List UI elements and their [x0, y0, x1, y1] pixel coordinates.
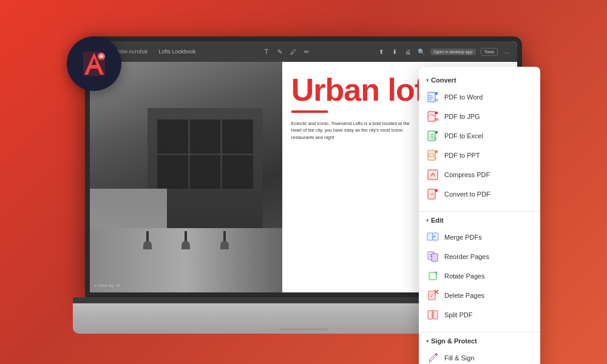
jpg-icon: JPG	[426, 110, 439, 123]
toolbar: A Adobe Acrobat · Lofts Lookbook T ✎ 🖊 ✏…	[90, 41, 517, 62]
edit-section-header[interactable]: ▾ Edit	[419, 214, 540, 228]
edit-chevron-icon: ▾	[426, 218, 429, 223]
convert-to-pdf-item[interactable]: Convert to PDF	[419, 184, 540, 204]
comment-icon[interactable]: ✎	[276, 47, 284, 56]
share-icon[interactable]: ⬆	[377, 47, 385, 56]
adobe-logo-circle	[67, 36, 121, 91]
svg-rect-21	[435, 189, 438, 192]
pendant	[185, 231, 187, 249]
delete-pages-label: Delete Pages	[444, 292, 484, 299]
svg-rect-6	[435, 112, 438, 114]
delete-pages-icon	[426, 289, 439, 302]
svg-text:JPG: JPG	[435, 118, 439, 121]
fill-sign-icon	[426, 351, 439, 364]
svg-rect-25	[432, 254, 438, 261]
svg-rect-2	[428, 92, 435, 102]
svg-rect-30	[428, 311, 432, 319]
print-icon[interactable]: 🖨	[404, 47, 412, 56]
highlight-icon[interactable]: 🖊	[289, 47, 297, 56]
convert-label: Convert	[431, 76, 456, 84]
word-icon: W	[426, 90, 439, 104]
window-pane	[157, 155, 188, 189]
more-menu-icon[interactable]: ...	[503, 47, 511, 56]
toolbar-icons: T ✎ 🖊 ✏	[262, 47, 311, 56]
svg-point-1	[100, 55, 103, 58]
compress-icon	[426, 168, 439, 181]
pdf-to-ppt-label: PDF to PPT	[444, 152, 480, 159]
pdf-to-jpg-label: PDF to JPG	[444, 113, 480, 120]
convert-to-pdf-label: Convert to PDF	[444, 190, 490, 198]
compress-pdf-item[interactable]: Compress PDF	[419, 165, 540, 184]
pdf-image-section: # 15000 SQ. FT	[90, 62, 282, 292]
svg-rect-31	[433, 311, 438, 319]
pdf-body-text: Eclectic and iconic, Townsend Lofts is a…	[291, 120, 413, 141]
divider-1	[419, 211, 540, 212]
tools-button[interactable]: Tools	[481, 48, 498, 56]
svg-rect-26	[429, 272, 436, 280]
draw-icon[interactable]: ✏	[302, 47, 311, 56]
download-icon[interactable]: ⬇	[390, 47, 399, 56]
svg-text:X: X	[435, 138, 436, 141]
window-grid	[157, 120, 253, 189]
window-pane	[222, 120, 253, 153]
svg-text:P: P	[435, 157, 436, 160]
text-tool-icon[interactable]: T	[262, 47, 271, 56]
rotate-pages-item[interactable]: Rotate Pages	[419, 266, 540, 286]
convert-chevron-icon: ▾	[426, 78, 429, 83]
merge-pdfs-label: Merge PDFs	[444, 234, 482, 241]
compress-pdf-label: Compress PDF	[444, 171, 490, 178]
tools-panel: ▾ Convert W PDF to Word JPG PDF to JPG	[419, 67, 540, 364]
laptop: A Adobe Acrobat · Lofts Lookbook T ✎ 🖊 ✏…	[85, 36, 522, 334]
window-pane	[222, 155, 253, 189]
divider-2	[419, 332, 540, 332]
pendant	[146, 231, 149, 249]
convert-section: ▾ Convert W PDF to Word JPG PDF to JPG	[419, 74, 540, 209]
svg-rect-3	[435, 92, 438, 95]
red-bar	[291, 110, 328, 113]
split-pdf-label: Split PDF	[444, 311, 472, 318]
sign-protect-label: Sign & Protect	[431, 337, 477, 345]
svg-rect-27	[429, 291, 435, 300]
pdf-to-excel-label: PDF to Excel	[444, 132, 483, 140]
sign-protect-section-header[interactable]: ▾ Sign & Protect	[419, 335, 540, 348]
scene: A Adobe Acrobat · Lofts Lookbook T ✎ 🖊 ✏…	[30, 18, 577, 346]
pdf-to-word-item[interactable]: W PDF to Word	[419, 87, 540, 107]
fill-sign-item[interactable]: Fill & Sign	[419, 348, 540, 364]
doc-title: Lofts Lookbook	[159, 49, 196, 55]
svg-rect-9	[435, 131, 438, 133]
ppt-icon: P	[426, 149, 439, 162]
pdf-to-jpg-item[interactable]: JPG PDF to JPG	[419, 107, 540, 126]
search-toolbar-icon[interactable]: 🔍	[417, 47, 426, 56]
svg-text:W: W	[435, 98, 438, 102]
photo-strip	[90, 228, 282, 292]
toolbar-separator: ·	[152, 49, 154, 55]
sign-protect-section: ▾ Sign & Protect Fill & Sign ✓ Request S…	[419, 335, 540, 364]
edit-section: ▾ Edit Merge PDFs Reorder Pages	[419, 214, 540, 329]
pendant	[223, 231, 226, 249]
split-icon	[426, 308, 439, 322]
excel-icon: X	[426, 129, 439, 143]
merge-pdfs-item[interactable]: Merge PDFs	[419, 228, 540, 247]
window-pane	[157, 120, 188, 153]
convert-to-pdf-icon	[426, 187, 439, 201]
reorder-pages-label: Reorder Pages	[444, 253, 489, 260]
pendant-lights	[128, 231, 243, 270]
svg-rect-16	[435, 150, 438, 153]
image-caption: # 15000 SQ. FT	[95, 284, 121, 288]
pdf-to-excel-item[interactable]: X PDF to Excel	[419, 126, 540, 146]
adobe-logo-icon	[78, 48, 110, 79]
window-pane	[190, 120, 221, 153]
merge-icon	[426, 231, 439, 244]
convert-section-header[interactable]: ▾ Convert	[419, 74, 540, 87]
sign-protect-chevron-icon: ▾	[426, 339, 429, 344]
rotate-pages-label: Rotate Pages	[444, 272, 485, 280]
window-pane	[190, 155, 221, 189]
rotate-icon	[426, 269, 439, 283]
pdf-to-word-label: PDF to Word	[444, 93, 483, 101]
reorder-pages-item[interactable]: Reorder Pages	[419, 247, 540, 266]
pdf-to-ppt-item[interactable]: P PDF to PPT	[419, 146, 540, 165]
open-desktop-button[interactable]: Open in desktop app	[430, 49, 476, 55]
split-pdf-item[interactable]: Split PDF	[419, 305, 540, 325]
delete-pages-item[interactable]: Delete Pages	[419, 286, 540, 305]
svg-rect-22	[427, 233, 433, 240]
